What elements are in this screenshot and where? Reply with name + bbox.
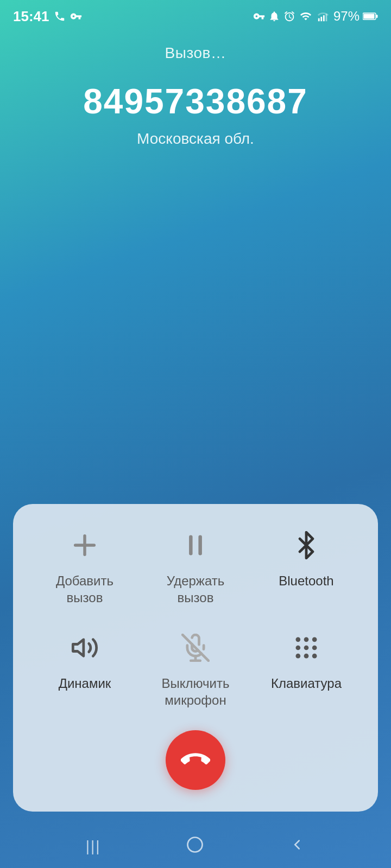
hold-icon xyxy=(176,526,215,565)
svg-point-18 xyxy=(296,645,301,650)
mute-label: Выключитьмикрофон xyxy=(162,675,230,709)
status-right: 97% xyxy=(253,9,378,24)
add-call-icon xyxy=(65,526,104,565)
svg-rect-24 xyxy=(187,837,202,852)
vpn-key-icon xyxy=(253,10,265,22)
status-bar: 15:41 97% xyxy=(0,0,391,28)
svg-marker-11 xyxy=(73,639,84,655)
end-call-button[interactable] xyxy=(166,730,225,790)
keypad-icon xyxy=(287,628,326,667)
calling-status: Вызов… xyxy=(165,44,226,62)
svg-rect-5 xyxy=(364,14,375,19)
wifi-icon xyxy=(299,10,313,22)
end-call-icon xyxy=(181,745,210,775)
keypad-button[interactable]: Клавиатура xyxy=(263,628,350,709)
back-icon xyxy=(289,837,305,853)
svg-point-22 xyxy=(304,653,309,658)
home-button[interactable] xyxy=(185,835,205,858)
call-area: Вызов… 84957338687 Московская обл. xyxy=(0,28,391,504)
svg-point-21 xyxy=(296,653,301,658)
svg-rect-1 xyxy=(320,17,322,21)
time: 15:41 xyxy=(13,8,49,25)
bluetooth-label: Bluetooth xyxy=(279,572,333,589)
speaker-button[interactable]: Динамик xyxy=(41,628,128,709)
speaker-label: Динамик xyxy=(59,675,111,692)
phone-number: 84957338687 xyxy=(83,81,308,122)
svg-rect-2 xyxy=(323,15,325,21)
controls-row-1: Добавитьвызов Удержатьвызов Bluetooth xyxy=(29,526,362,606)
svg-rect-6 xyxy=(376,15,378,18)
mute-icon xyxy=(176,628,215,667)
home-icon xyxy=(185,835,205,854)
svg-point-23 xyxy=(312,653,317,658)
back-button[interactable] xyxy=(289,837,305,857)
nav-bar: ||| xyxy=(0,825,391,868)
mute-button[interactable]: Выключитьмикрофон xyxy=(152,628,239,709)
controls-panel: Добавитьвызов Удержатьвызов Bluetooth xyxy=(13,504,378,812)
svg-rect-3 xyxy=(326,14,327,21)
controls-row-2: Динамик Выключитьмикрофон xyxy=(29,628,362,709)
hold-label: Удержатьвызов xyxy=(167,572,224,606)
add-call-label: Добавитьвызов xyxy=(56,572,113,606)
phone-icon xyxy=(54,10,66,22)
svg-point-17 xyxy=(312,637,317,642)
speaker-icon xyxy=(65,628,104,667)
signal-icon xyxy=(316,10,330,22)
bluetooth-button[interactable]: Bluetooth xyxy=(263,526,350,606)
battery-icon xyxy=(363,11,378,22)
hold-button[interactable]: Удержатьвызов xyxy=(152,526,239,606)
svg-point-20 xyxy=(312,645,317,650)
recents-button[interactable]: ||| xyxy=(86,838,101,855)
notifications-icon xyxy=(268,10,280,22)
location-text: Московская обл. xyxy=(137,130,254,148)
svg-point-15 xyxy=(296,637,301,642)
svg-point-19 xyxy=(304,645,309,650)
add-call-button[interactable]: Добавитьвызов xyxy=(41,526,128,606)
status-left: 15:41 xyxy=(13,8,82,25)
keypad-label: Клавиатура xyxy=(271,675,342,692)
bluetooth-icon xyxy=(287,526,326,565)
svg-point-16 xyxy=(304,637,309,642)
alarm-icon xyxy=(283,10,295,22)
svg-rect-0 xyxy=(318,18,320,21)
battery-level: 97% xyxy=(333,9,360,24)
key-icon xyxy=(70,10,82,22)
